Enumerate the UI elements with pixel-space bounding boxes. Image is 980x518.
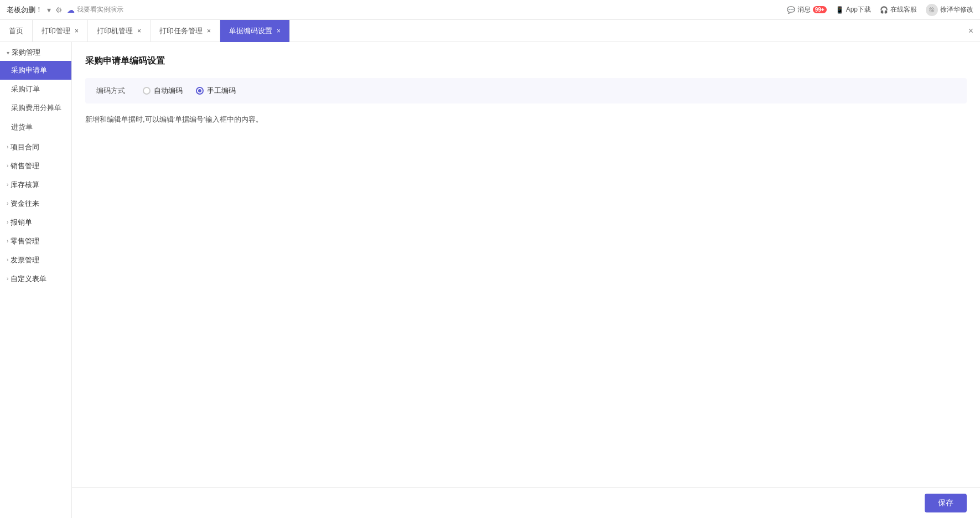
sidebar-group-project-label: 项目合同 [11, 142, 39, 152]
settings-icon[interactable]: ⚙ [55, 6, 63, 14]
tab-print-task-close[interactable]: × [207, 27, 211, 35]
top-bar-left: 老板勿删！ ▾ ⚙ ☁ 我要看实例演示 [7, 5, 123, 15]
radio-manual-label: 手工编码 [207, 86, 236, 96]
tab-printer-management[interactable]: 打印机管理 × [88, 20, 151, 42]
sidebar-group-retail-label: 零售管理 [11, 236, 39, 246]
radio-manual-encoding[interactable]: 手工编码 [196, 86, 236, 96]
message-label: 消息 [797, 5, 811, 14]
top-bar-right: 💬 消息 99+ 📱 App下载 🎧 在线客服 徐 徐泽华修改 [787, 4, 973, 16]
service-icon: 🎧 [880, 6, 888, 14]
tab-printer-management-label: 打印机管理 [97, 26, 133, 36]
sidebar-group-inventory-label: 库存核算 [11, 180, 39, 190]
tab-home-label: 首页 [9, 26, 23, 36]
tab-home[interactable]: 首页 [0, 20, 33, 42]
tab-print-management-close[interactable]: × [75, 27, 79, 35]
encoding-section: 编码方式 自动编码 手工编码 [85, 78, 967, 103]
content-footer: 保存 [72, 487, 980, 518]
sidebar-group-project: › 项目合同 [0, 137, 71, 156]
sidebar-group-invoice: › 发票管理 [0, 250, 71, 268]
tab-encoding-settings-close[interactable]: × [277, 27, 281, 35]
collapse-arrow-project: › [7, 144, 8, 150]
collapse-arrow-invoice: › [7, 257, 8, 263]
message-action[interactable]: 💬 消息 99+ [787, 5, 827, 14]
sidebar-group-inventory-title[interactable]: › 库存核算 [0, 174, 71, 193]
main-layout: ▾ 采购管理 采购申请单 采购订单 采购费用分摊单 进货单 › 项目合同 [0, 42, 980, 518]
dropdown-icon[interactable]: ▾ [47, 6, 51, 14]
avatar: 徐 [926, 4, 938, 16]
tab-encoding-settings[interactable]: 单据编码设置 × [220, 20, 290, 42]
tab-printer-management-close[interactable]: × [137, 27, 141, 35]
search-text: 我要看实例演示 [77, 5, 123, 14]
cloud-icon: ☁ [67, 6, 75, 14]
radio-auto-encoding[interactable]: 自动编码 [143, 86, 183, 96]
sidebar-group-expense-label: 报销单 [11, 217, 32, 227]
sidebar-item-purchase-order[interactable]: 采购订单 [0, 80, 71, 99]
tab-print-management[interactable]: 打印管理 × [33, 20, 88, 42]
sidebar-group-funds-label: 资金往来 [11, 199, 39, 209]
collapse-arrow-custom: › [7, 276, 8, 282]
sidebar-group-retail: › 零售管理 [0, 231, 71, 250]
radio-manual-circle [196, 87, 204, 95]
radio-auto-label: 自动编码 [154, 86, 183, 96]
sidebar: ▾ 采购管理 采购申请单 采购订单 采购费用分摊单 进货单 › 项目合同 [0, 42, 72, 518]
sidebar-group-sales: › 销售管理 [0, 156, 71, 174]
content-body: 采购申请单编码设置 编码方式 自动编码 手工编码 新增和编辑单据时,可以编辑'单… [72, 42, 980, 487]
save-button[interactable]: 保存 [925, 494, 967, 512]
collapse-arrow-retail: › [7, 238, 8, 244]
app-icon: 📱 [836, 6, 844, 14]
search-bar[interactable]: ☁ 我要看实例演示 [67, 5, 123, 14]
message-badge: 99+ [813, 6, 827, 13]
page-title: 采购申请单编码设置 [85, 55, 967, 67]
collapse-arrow-purchase: ▾ [7, 50, 9, 56]
tab-bar-close-button[interactable]: × [962, 26, 980, 36]
sidebar-group-project-title[interactable]: › 项目合同 [0, 137, 71, 156]
sidebar-group-invoice-title[interactable]: › 发票管理 [0, 250, 71, 268]
top-bar: 老板勿删！ ▾ ⚙ ☁ 我要看实例演示 💬 消息 99+ 📱 App下载 🎧 在… [0, 0, 980, 20]
sidebar-group-inventory: › 库存核算 [0, 174, 71, 193]
tab-print-task-label: 打印任务管理 [159, 26, 203, 36]
sidebar-group-sales-label: 销售管理 [11, 161, 39, 171]
brand-label: 老板勿删！ [7, 5, 43, 15]
sidebar-group-purchase: ▾ 采购管理 采购申请单 采购订单 采购费用分摊单 进货单 [0, 42, 71, 137]
sidebar-group-invoice-label: 发票管理 [11, 255, 39, 265]
collapse-arrow-sales: › [7, 163, 8, 169]
app-download-label: App下载 [846, 5, 871, 14]
message-icon: 💬 [787, 6, 795, 14]
sidebar-item-purchase-expense[interactable]: 采购费用分摊单 [0, 99, 71, 117]
sidebar-group-expense: › 报销单 [0, 212, 71, 231]
collapse-arrow-expense: › [7, 219, 8, 225]
tab-print-management-label: 打印管理 [42, 26, 70, 36]
user-info[interactable]: 徐 徐泽华修改 [926, 4, 973, 16]
radio-auto-circle [143, 87, 151, 95]
online-service-label: 在线客服 [890, 5, 917, 14]
avatar-text: 徐 [929, 6, 935, 14]
collapse-arrow-inventory: › [7, 182, 8, 188]
sidebar-group-funds: › 资金往来 [0, 193, 71, 212]
sidebar-group-custom: › 自定义表单 [0, 268, 71, 287]
sidebar-group-custom-title[interactable]: › 自定义表单 [0, 268, 71, 287]
user-name: 徐泽华修改 [940, 5, 973, 14]
sidebar-group-sales-title[interactable]: › 销售管理 [0, 156, 71, 174]
sidebar-group-custom-label: 自定义表单 [11, 274, 46, 284]
online-service-action[interactable]: 🎧 在线客服 [880, 5, 917, 14]
hint-text: 新增和编辑单据时,可以编辑'单据编号'输入框中的内容。 [85, 115, 967, 125]
content-area: 采购申请单编码设置 编码方式 自动编码 手工编码 新增和编辑单据时,可以编辑'单… [72, 42, 980, 518]
sidebar-group-purchase-label: 采购管理 [12, 48, 40, 58]
collapse-arrow-funds: › [7, 200, 8, 206]
sidebar-group-retail-title[interactable]: › 零售管理 [0, 231, 71, 250]
tab-bar: 首页 打印管理 × 打印机管理 × 打印任务管理 × 单据编码设置 × × [0, 20, 980, 42]
sidebar-item-incoming[interactable]: 进货单 [0, 118, 71, 137]
sidebar-item-purchase-request[interactable]: 采购申请单 [0, 61, 71, 80]
encoding-row: 编码方式 自动编码 手工编码 [96, 86, 956, 96]
tab-print-task[interactable]: 打印任务管理 × [151, 20, 220, 42]
sidebar-group-expense-title[interactable]: › 报销单 [0, 212, 71, 231]
tab-encoding-settings-label: 单据编码设置 [229, 26, 272, 36]
app-download-action[interactable]: 📱 App下载 [836, 5, 871, 14]
sidebar-group-purchase-title[interactable]: ▾ 采购管理 [0, 42, 71, 61]
sidebar-group-funds-title[interactable]: › 资金往来 [0, 193, 71, 212]
encoding-label: 编码方式 [96, 86, 125, 96]
